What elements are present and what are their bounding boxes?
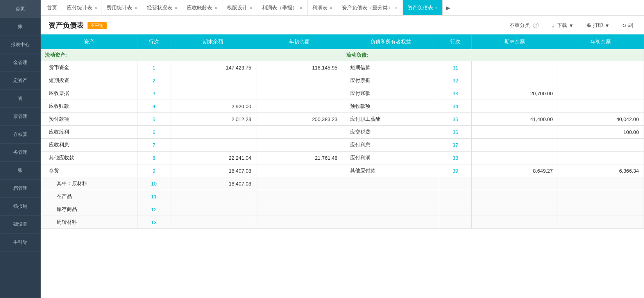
line-number: 5 [138,113,170,126]
sidebar-item-inventory[interactable]: 存核算 [0,126,41,144]
table-row[interactable]: 其他应收款 8 22,241.04 21,761.48 应付利润 38 [41,152,644,164]
download-btn[interactable]: ⤓ 下载 ▼ [548,20,577,30]
tab-close-payable-stats[interactable]: × [95,5,97,10]
liab-line-number [439,216,472,229]
tab-scroll-right[interactable]: ▶ [443,5,453,11]
tab-profit-quarterly[interactable]: 利润表（季报） × [257,0,307,16]
sidebar-item-account[interactable]: 账 [0,162,41,180]
tab-close-expense-stats[interactable]: × [134,5,137,10]
col-header-period-end: 期末余额 [170,35,256,49]
year-start-amount [256,139,342,152]
liab-line-number: 38 [439,152,472,164]
download-icon: ⤓ [551,23,555,29]
asset-name: 周转材料 [41,216,138,229]
tab-payable-stats[interactable]: 应付统计表 × [62,0,102,16]
header-actions: 不重分类 ? ⤓ 下载 ▼ 🖶 打印 ▼ ↻ 刷 [506,20,636,30]
tab-close-balance[interactable]: × [435,5,438,10]
print-btn[interactable]: 🖶 打印 ▼ [583,20,613,30]
unbalanced-badge: 不平衡 [88,22,107,29]
table-row[interactable]: 其中：原材料 10 18,407.08 [41,177,644,190]
liab-year-start-amount: 40,042.00 [558,113,644,126]
liab-year-start-amount [558,61,644,74]
tab-close-template-design[interactable]: × [250,5,252,10]
sidebar-item-ticket-mgmt[interactable]: 票管理 [0,108,41,126]
year-start-amount [256,100,342,113]
line-number: 12 [138,203,170,216]
year-start-amount: 21,761.48 [256,152,342,164]
table-row[interactable]: 存货 9 18,407.08 其他应付款 39 8,649.27 6,366.3… [41,164,644,177]
liab-year-start-amount [558,100,644,113]
tab-template-design[interactable]: 模版设计 × [222,0,257,16]
tab-operating-status[interactable]: 经营状况表 × [142,0,182,16]
refresh-btn[interactable]: ↻ 刷 [619,20,636,30]
tab-close-profit[interactable]: × [330,5,332,10]
liab-line-number: 36 [439,126,472,139]
period-end-amount [170,126,256,139]
table-row[interactable]: 短期投资 2 应付票据 32 [41,74,644,87]
liab-year-start-amount [558,203,644,216]
right-section-label: 流动负债: [342,49,644,61]
col-header-year-start2: 年初余额 [558,35,644,49]
sidebar-item-expense[interactable]: 畅报销 [0,198,41,216]
table-row[interactable]: 周转材料 13 [41,216,644,229]
tab-expense-stats[interactable]: 费用统计表 × [102,0,142,16]
sidebar-item-report-center[interactable]: 报表中心 [0,36,41,54]
period-end-amount [170,74,256,87]
liab-period-end-amount [472,190,558,203]
col-header-period-end2: 期末余额 [472,35,558,49]
table-row[interactable]: 预付款项 5 2,012.23 200,383.23 应付职工薪酬 35 41,… [41,113,644,126]
line-number: 9 [138,164,170,177]
asset-name: 预付款项 [41,113,138,126]
tab-bar: 首页 应付统计表 × 费用统计表 × 经营状况表 × 应收账龄表 × 模版设计 … [41,0,644,16]
tab-receivable-aging[interactable]: 应收账龄表 × [182,0,222,16]
tab-close-operating-status[interactable]: × [175,5,177,10]
tab-balance[interactable]: 资产负债表 × [403,0,443,16]
asset-name: 应收股利 [41,126,138,139]
sidebar-item-fund-mgmt[interactable]: 金管理 [0,54,41,72]
liab-name: 应付账款 [342,87,439,100]
tab-close-receivable-aging[interactable]: × [215,5,217,10]
year-start-amount [256,74,342,87]
no-reclassify-btn[interactable]: 不重分类 ? [506,20,542,30]
table-row[interactable]: 库存商品 12 [41,203,644,216]
page-title: 资产负债表 [48,21,84,30]
refresh-icon: ↻ [622,23,626,29]
liab-year-start-amount: 100.00 [558,126,644,139]
sidebar-item-archive[interactable]: 档管理 [0,180,41,198]
table-row[interactable]: 应收账款 4 2,920.00 预收款项 34 [41,100,644,113]
tab-close-profit-quarterly[interactable]: × [300,5,302,10]
sidebar-item-home[interactable]: 首页 [0,0,41,18]
sidebar-item-settings[interactable]: 础设置 [0,216,41,234]
year-start-amount: 200,383.23 [256,113,342,126]
liab-year-start-amount [558,177,644,190]
line-number: 7 [138,139,170,152]
asset-name: 存货 [41,164,138,177]
liab-period-end-amount [472,152,558,164]
table-wrapper: 资产 行次 期末余额 年初余额 负债和所有者权益 行次 期末余额 年初余额 流动… [41,34,644,237]
year-start-amount [256,190,342,203]
info-icon[interactable]: ? [533,23,538,28]
col-header-lineno2: 行次 [439,35,472,49]
liab-name [342,216,439,229]
liab-period-end-amount [472,203,558,216]
table-row[interactable]: 货币资金 1 147,423.75 116,145.95 短期借款 31 [41,61,644,74]
table-row[interactable]: 在产品 11 [41,190,644,203]
table-row[interactable]: 应收利息 7 应付利息 37 [41,139,644,152]
sidebar-item-assets[interactable]: 资 [0,90,41,108]
sidebar-item-fixed-assets[interactable]: 定资产 [0,72,41,90]
tab-balance-reclassify[interactable]: 资产负债表（重分类） × [337,0,402,16]
liab-year-start-amount [558,190,644,203]
tab-profit[interactable]: 利润表 × [308,0,337,16]
sidebar-item-guide[interactable]: 手引导 [0,234,41,252]
tab-close-balance-reclassify[interactable]: × [395,5,397,10]
sidebar-item-affairs[interactable]: 务管理 [0,144,41,162]
table-row[interactable]: 应收股利 6 应交税费 36 100.00 [41,126,644,139]
liab-line-number: 37 [439,139,472,152]
period-end-amount [170,216,256,229]
liab-period-end-amount [472,177,558,190]
col-header-liab: 负债和所有者权益 [342,35,439,49]
period-end-amount [170,87,256,100]
tab-home[interactable]: 首页 [42,0,62,16]
sidebar-item-ledger[interactable]: 账 [0,18,41,36]
table-row[interactable]: 应收票据 3 应付账款 33 20,700.00 [41,87,644,100]
